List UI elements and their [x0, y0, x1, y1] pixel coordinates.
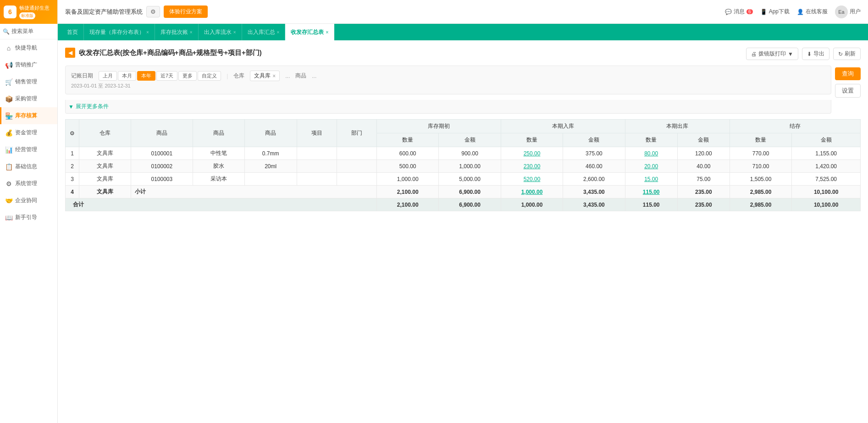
sidebar-item-basic-info[interactable]: 📋 基础信息	[0, 158, 57, 175]
page-content: ◀ 收发存汇总表(按仓库+商品编码+商品+规格型号+项目+部门) 🖨 拨镜版打印…	[58, 40, 868, 423]
tab-close-stock-dist[interactable]: ×	[146, 30, 149, 35]
cell-department	[337, 160, 376, 173]
sales-icon: 🛒	[5, 78, 12, 86]
subtotal-in-qty[interactable]: 1,000.00	[501, 186, 563, 198]
app-title-line1: 畅捷通好生意	[19, 5, 50, 11]
search-menu[interactable]: 🔍 搜索菜单	[0, 24, 57, 39]
cell-open-qty: 500.00	[377, 160, 439, 173]
tab-bar: 首页 现存量（库存分布表） × 库存批次账 × 出入库流水 × 出入库汇总 × …	[58, 24, 868, 40]
user-menu[interactable]: Ea 用户	[835, 5, 861, 18]
sidebar-item-inventory[interactable]: 🏪 库存核算	[0, 107, 57, 124]
total-open-amt: 6,900.00	[439, 198, 501, 211]
date-btn-last-month[interactable]: 上月	[99, 71, 117, 81]
sidebar-item-enterprise[interactable]: 🤝 企业协同	[0, 192, 57, 209]
sidebar-item-quick-nav[interactable]: ⌂ 快捷导航	[0, 39, 57, 56]
expand-filters-button[interactable]: ▼ 展开更多条件	[68, 103, 109, 110]
cell-warehouse: 文具库	[79, 147, 131, 160]
message-button[interactable]: 💬 消息 6	[725, 8, 753, 16]
tab-home[interactable]: 首页	[61, 24, 84, 40]
table-row: 3 文具库 0100003 采访本 1,000.00 5,000.00 520.…	[66, 173, 861, 186]
th-open-amt: 金额	[439, 133, 501, 147]
tab-close-inout-summary[interactable]: ×	[277, 30, 280, 35]
warehouse-ellipsis[interactable]: ...	[285, 73, 290, 79]
sidebar-item-marketing[interactable]: 📢 营销推广	[0, 56, 57, 73]
cell-open-amt: 5,000.00	[439, 173, 501, 186]
tab-close-recv-send[interactable]: ×	[326, 30, 328, 35]
sidebar-item-operations[interactable]: 📊 经营管理	[0, 141, 57, 158]
tab-recv-send[interactable]: 收发存汇总表 ×	[285, 24, 334, 40]
cell-out-qty[interactable]: 80.00	[625, 147, 677, 160]
tab-stock-dist[interactable]: 现存量（库存分布表） ×	[84, 24, 155, 40]
cell-warehouse: 文具库	[79, 173, 131, 186]
cell-in-qty[interactable]: 520.00	[501, 173, 563, 186]
online-service-icon: 👤	[797, 9, 804, 15]
date-btn-7days[interactable]: 近7天	[156, 71, 177, 81]
app-download-button[interactable]: 📱 App下载	[760, 8, 790, 16]
date-btn-this-month[interactable]: 本月	[118, 71, 136, 81]
cell-department	[337, 173, 376, 186]
cell-in-qty[interactable]: 230.00	[501, 160, 563, 173]
subtotal-no: 4	[66, 186, 79, 198]
filter-bar: 记账日期 上月 本月 本年 近7天 更多 自定义 |	[65, 66, 831, 94]
sidebar-item-finance[interactable]: 💰 资金管理	[0, 124, 57, 141]
tab-inout-summary[interactable]: 出入库汇总 ×	[242, 24, 286, 40]
date-filter-buttons: 上月 本月 本年 近7天 更多 自定义	[99, 71, 221, 81]
sidebar-item-sales[interactable]: 🛒 销售管理	[0, 73, 57, 90]
th-department: 部门	[337, 120, 376, 147]
cell-goods-code: 0100001	[131, 147, 193, 160]
print-button[interactable]: 🖨 拨镜版打印 ▼	[746, 48, 798, 60]
home-icon: ⌂	[5, 44, 12, 52]
cell-warehouse: 文具库	[79, 160, 131, 173]
cell-in-amt: 2,600.00	[563, 173, 625, 186]
total-open-qty: 2,100.00	[377, 198, 439, 211]
warehouse-filter-tag: 文具库 ×	[250, 71, 280, 81]
subtotal-close-amt: 10,100.00	[792, 186, 861, 198]
query-button[interactable]: 查询	[835, 67, 861, 80]
tab-close-inout-flow[interactable]: ×	[233, 30, 236, 35]
sidebar-item-purchase[interactable]: 📦 采购管理	[0, 90, 57, 107]
collapse-button[interactable]: ◀	[65, 48, 75, 58]
sidebar-item-guide[interactable]: 📖 新手引导	[0, 209, 57, 226]
date-btn-more[interactable]: 更多	[178, 71, 197, 81]
cell-goods-spec: 0.7mm	[244, 147, 297, 160]
operations-icon: 📊	[5, 146, 12, 154]
tab-inout-flow[interactable]: 出入库流水 ×	[199, 24, 242, 40]
th-close-qty: 数量	[730, 133, 791, 147]
subtotal-warehouse: 文具库	[79, 186, 131, 198]
cell-project	[297, 147, 337, 160]
total-out-qty: 115.00	[625, 198, 677, 211]
date-btn-this-year[interactable]: 本年	[137, 71, 155, 81]
goods-ellipsis[interactable]: ...	[312, 73, 316, 79]
trial-button[interactable]: 体验行业方案	[164, 5, 208, 18]
th-goods-code: 商品	[131, 120, 193, 147]
export-button[interactable]: ⬇ 导出	[802, 48, 829, 60]
inventory-icon: 🏪	[5, 112, 12, 120]
message-badge: 6	[746, 9, 753, 14]
search-icon: 🔍	[3, 28, 10, 35]
settings-button[interactable]: 设置	[835, 84, 861, 98]
settings-gear-button[interactable]: ⚙	[146, 6, 160, 17]
total-close-amt: 10,100.00	[792, 198, 861, 211]
cell-in-qty[interactable]: 250.00	[501, 147, 563, 160]
cell-close-amt: 7,525.00	[792, 173, 861, 186]
tab-close-batch[interactable]: ×	[190, 30, 193, 35]
cell-out-qty[interactable]: 15.00	[625, 173, 677, 186]
date-btn-custom[interactable]: 自定义	[198, 71, 221, 81]
message-icon: 💬	[725, 9, 732, 15]
subtotal-out-qty[interactable]: 115.00	[625, 186, 677, 198]
sidebar-item-system[interactable]: ⚙ 系统管理	[0, 175, 57, 192]
th-goods-spec: 商品	[244, 120, 297, 147]
online-service-button[interactable]: 👤 在线客服	[797, 8, 828, 16]
warehouse-tag-close[interactable]: ×	[272, 73, 276, 79]
basic-info-icon: 📋	[5, 163, 12, 170]
refresh-button[interactable]: ↻ 刷新	[833, 48, 861, 60]
cell-out-qty[interactable]: 20.00	[625, 160, 677, 173]
print-icon: 🖨	[751, 51, 757, 57]
tab-batch[interactable]: 库存批次账 ×	[155, 24, 199, 40]
table-settings-header[interactable]: ⚙	[66, 120, 79, 147]
cell-out-amt: 75.00	[677, 173, 730, 186]
total-out-amt: 235.00	[677, 198, 730, 211]
table-row: 1 文具库 0100001 中性笔 0.7mm 600.00 900.00 25…	[66, 147, 861, 160]
cell-close-qty: 710.00	[730, 160, 791, 173]
sidebar-header: 6 畅捷通好生意 标准版	[0, 0, 57, 24]
